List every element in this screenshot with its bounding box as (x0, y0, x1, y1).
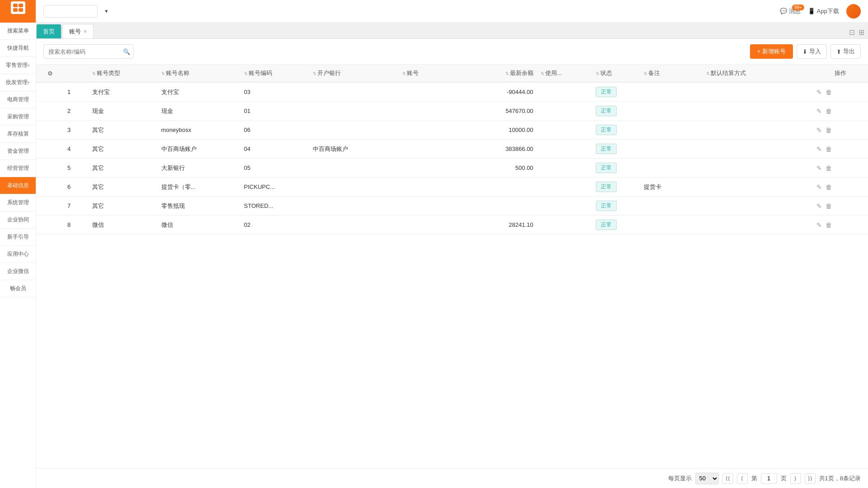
row-type-3: 其它 (89, 140, 158, 159)
edit-icon[interactable]: ✎ (816, 108, 822, 115)
sidebar-item-8[interactable]: 经营管理 (0, 160, 36, 177)
th-code[interactable]: ⇅账号编码 (241, 65, 310, 82)
delete-icon[interactable]: 🗑 (826, 108, 832, 115)
row-index-4: 5 (64, 159, 89, 178)
sidebar-item-15[interactable]: 畅会员 (0, 280, 36, 297)
sidebar-item-1[interactable]: 快捷导航 (0, 40, 36, 57)
first-page-button[interactable]: ⟨⟨ (722, 473, 733, 484)
next-page-button[interactable]: ⟩ (790, 473, 801, 484)
th-bank[interactable]: ⇅开户银行 (309, 65, 399, 82)
table-row: 7 其它 零售抵现 STORED... 正常 ✎ 🗑 (36, 197, 868, 216)
row-action-7: ✎ 🗑 (813, 216, 868, 235)
th-name[interactable]: ⇅账号名称 (158, 65, 241, 82)
svg-rect-3 (19, 8, 23, 12)
last-page-button[interactable]: ⟩⟩ (805, 473, 816, 484)
tab-home[interactable]: 首页 (36, 24, 61, 38)
sidebar-item-9[interactable]: 基础信息 (0, 177, 36, 194)
sidebar-item-0[interactable]: 搜索菜单 (0, 23, 36, 40)
sidebar-item-13[interactable]: 应用中心 (0, 246, 36, 263)
settings-gear-icon[interactable]: ⚙ (47, 70, 53, 77)
delete-icon[interactable]: 🗑 (826, 164, 832, 172)
tab-account-label: 账号 (69, 28, 81, 36)
row-name-2: moneybosx (158, 121, 241, 140)
edit-icon[interactable]: ✎ (816, 127, 822, 134)
row-gear-3 (36, 140, 64, 159)
tab-account[interactable]: 账号 × (62, 24, 94, 38)
prev-page-button[interactable]: ⟨ (737, 473, 748, 484)
header-dropdown[interactable]: ▾ (105, 8, 108, 14)
row-status-6: 正常 (592, 197, 641, 216)
page-input[interactable] (761, 473, 777, 484)
sidebar-item-12[interactable]: 新手引导 (0, 229, 36, 246)
row-type-1: 现金 (89, 102, 158, 121)
delete-icon[interactable]: 🗑 (826, 183, 832, 191)
row-account-1 (399, 102, 461, 121)
toolbar-right: + 新增账号 ⬇ 导入 ⬆ 导出 (750, 44, 861, 59)
sidebar-item-14[interactable]: 企业微信 (0, 263, 36, 280)
edit-icon[interactable]: ✎ (816, 145, 822, 153)
per-page-select[interactable]: 50 100 200 (695, 473, 719, 484)
th-type[interactable]: ⇅账号类型 (89, 65, 158, 82)
sidebar-item-11[interactable]: 企业协同 (0, 211, 36, 229)
edit-icon[interactable]: ✎ (816, 183, 822, 191)
row-account-3 (399, 140, 461, 159)
import-icon: ⬇ (802, 48, 807, 55)
top-search-input[interactable] (43, 5, 98, 18)
sidebar-item-2[interactable]: 零售管理 ▾ (0, 57, 36, 74)
tab-maximize-icon[interactable]: ⊞ (857, 26, 866, 38)
tab-minimize-icon[interactable]: ⊡ (847, 26, 857, 38)
sidebar-item-6[interactable]: 库存核算 (0, 126, 36, 143)
edit-icon[interactable]: ✎ (816, 89, 822, 96)
row-bank-4 (309, 159, 399, 178)
tab-close-icon[interactable]: × (84, 28, 87, 35)
export-button[interactable]: ⬆ 导出 (830, 44, 861, 59)
delete-icon[interactable]: 🗑 (826, 145, 832, 153)
edit-icon[interactable]: ✎ (816, 164, 822, 172)
svg-rect-0 (13, 4, 18, 7)
sidebar-item-10[interactable]: 系统管理 (0, 194, 36, 211)
th-balance[interactable]: ⇅最新余额 (461, 65, 537, 82)
add-account-button[interactable]: + 新增账号 (750, 44, 793, 59)
sidebar-item-4[interactable]: 电商管理 (0, 91, 36, 108)
delete-icon[interactable]: 🗑 (826, 89, 832, 96)
row-code-3: 04 (241, 140, 310, 159)
delete-icon[interactable]: 🗑 (826, 202, 832, 210)
row-use-7 (537, 216, 592, 235)
user-avatar[interactable] (846, 4, 861, 19)
search-icon[interactable]: 🔍 (123, 48, 130, 55)
th-status[interactable]: ⇅状态 (592, 65, 641, 82)
status-badge: 正常 (596, 182, 617, 192)
sidebar-item-5[interactable]: 采购管理 (0, 108, 36, 126)
table-row: 2 现金 现金 01 547670.00 正常 ✎ 🗑 (36, 102, 868, 121)
row-use-0 (537, 82, 592, 102)
import-button[interactable]: ⬇ 导入 (797, 44, 827, 59)
export-icon: ⬆ (836, 48, 841, 55)
row-index-0: 1 (64, 82, 89, 102)
sidebar-item-7[interactable]: 资金管理 (0, 143, 36, 160)
delete-icon[interactable]: 🗑 (826, 127, 832, 134)
sidebar-arrow-icon-3: ▾ (28, 80, 30, 85)
edit-icon[interactable]: ✎ (816, 221, 822, 229)
th-default[interactable]: ⇅默认结算方式 (703, 65, 813, 82)
dropdown-arrow-icon: ▾ (105, 8, 108, 14)
app-download-button[interactable]: 📱 App下载 (808, 7, 839, 15)
search-input[interactable] (43, 44, 134, 59)
row-remark-0 (640, 82, 702, 102)
th-action-label: 操作 (835, 70, 846, 76)
row-action-3: ✎ 🗑 (813, 140, 868, 159)
sidebar-item-3[interactable]: 批发管理 ▾ (0, 74, 36, 91)
row-remark-3 (640, 140, 702, 159)
message-button[interactable]: 💬 消息 99+ (780, 7, 801, 15)
row-type-6: 其它 (89, 197, 158, 216)
row-default-1 (703, 102, 813, 121)
th-remark[interactable]: ⇅备注 (640, 65, 702, 82)
total-info: 共1页，8条记录 (819, 474, 861, 483)
row-code-7: 02 (241, 216, 310, 235)
th-account[interactable]: ⇅账号 (399, 65, 461, 82)
th-use[interactable]: ⇅使用... (537, 65, 592, 82)
edit-icon[interactable]: ✎ (816, 202, 822, 210)
delete-icon[interactable]: 🗑 (826, 221, 832, 229)
row-name-7: 微信 (158, 216, 241, 235)
th-gear[interactable]: ⚙ (36, 65, 64, 82)
status-badge: 正常 (596, 220, 617, 230)
